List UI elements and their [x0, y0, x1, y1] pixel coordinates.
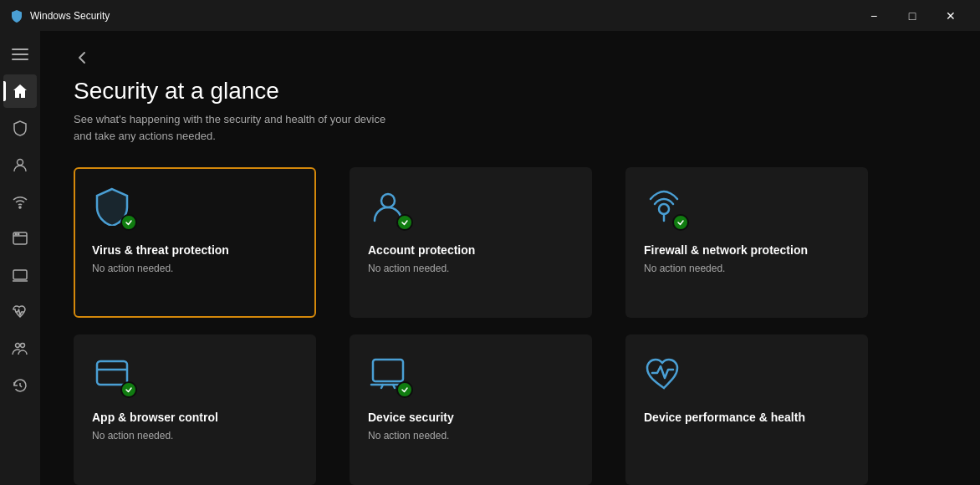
- card-icon-wrapper: [92, 186, 135, 229]
- card-icon-wrapper: [92, 353, 135, 396]
- title-bar-left: Windows Security: [10, 9, 110, 23]
- svg-rect-0: [12, 48, 28, 50]
- main-content: Security at a glance See what's happenin…: [40, 31, 980, 485]
- svg-point-7: [18, 233, 19, 235]
- shield-icon: [12, 120, 28, 136]
- card-icon-wrapper: [368, 186, 411, 229]
- sidebar-item-hamburger[interactable]: [3, 38, 37, 71]
- check-badge: [396, 214, 413, 231]
- card-virus-threat[interactable]: Virus & threat protection No action need…: [74, 167, 316, 318]
- svg-point-6: [15, 233, 17, 235]
- hamburger-icon: [12, 46, 28, 63]
- page-title: Security at a glance: [74, 78, 947, 105]
- home-icon: [12, 83, 28, 100]
- sidebar-item-shield[interactable]: [3, 111, 37, 145]
- sidebar: [0, 31, 40, 485]
- history-icon: [12, 377, 28, 394]
- checkmark-icon: [401, 385, 409, 394]
- svg-point-12: [659, 204, 669, 214]
- card-icon-wrapper: [644, 186, 687, 229]
- svg-point-11: [381, 194, 395, 207]
- sidebar-item-account[interactable]: [3, 148, 37, 181]
- maximize-button[interactable]: □: [893, 0, 932, 31]
- card-device-health[interactable]: Device performance & health: [625, 334, 868, 485]
- app-icon: [10, 9, 23, 23]
- page-subtitle: See what's happening with the security a…: [74, 111, 492, 144]
- svg-rect-2: [12, 59, 28, 60]
- sidebar-item-network[interactable]: [3, 185, 37, 218]
- minimize-button[interactable]: −: [855, 0, 893, 31]
- person-icon: [12, 156, 28, 173]
- svg-rect-15: [373, 360, 403, 381]
- card-status: No action needed.: [92, 430, 298, 442]
- cards-grid: Virus & threat protection No action need…: [74, 167, 947, 485]
- sidebar-item-health[interactable]: [3, 295, 37, 329]
- card-title: Device security: [368, 410, 574, 426]
- card-title: Account protection: [368, 242, 574, 259]
- card-account-protection[interactable]: Account protection No action needed.: [350, 167, 592, 318]
- app-title: Windows Security: [30, 10, 110, 22]
- window-controls: − □ ✕: [855, 0, 970, 31]
- check-badge: [672, 214, 689, 231]
- health-icon: [12, 304, 28, 320]
- card-app-browser[interactable]: App & browser control No action needed.: [74, 334, 316, 485]
- check-badge: [396, 381, 413, 398]
- close-button[interactable]: ✕: [932, 0, 970, 31]
- sidebar-item-history[interactable]: [3, 369, 37, 402]
- app-body: Security at a glance See what's happenin…: [0, 31, 980, 485]
- card-title: Device performance & health: [644, 410, 850, 426]
- family-icon: [12, 340, 28, 357]
- card-status: No action needed.: [368, 430, 574, 442]
- sidebar-item-home[interactable]: [3, 74, 37, 108]
- card-title: App & browser control: [92, 410, 298, 426]
- back-arrow-icon: [74, 49, 90, 66]
- checkmark-icon: [125, 218, 133, 227]
- svg-rect-8: [13, 270, 27, 279]
- svg-point-3: [18, 160, 23, 166]
- device-icon: [12, 267, 28, 283]
- svg-point-9: [16, 344, 20, 348]
- sidebar-item-family[interactable]: [3, 332, 37, 365]
- title-bar: Windows Security − □ ✕: [0, 0, 980, 31]
- svg-point-4: [19, 207, 21, 208]
- checkmark-icon: [125, 385, 133, 394]
- checkmark-icon: [676, 218, 685, 227]
- card-status: No action needed.: [644, 263, 850, 274]
- card-firewall[interactable]: Firewall & network protection No action …: [625, 167, 868, 318]
- back-button[interactable]: [74, 44, 100, 71]
- svg-rect-14: [97, 361, 127, 385]
- network-icon: [12, 193, 28, 210]
- sidebar-item-app[interactable]: [3, 222, 37, 255]
- card-title: Firewall & network protection: [644, 242, 850, 259]
- svg-point-10: [21, 344, 25, 348]
- check-badge: [120, 381, 137, 398]
- card-title: Virus & threat protection: [92, 242, 298, 259]
- app-browser-icon: [12, 230, 28, 247]
- card-status: No action needed.: [92, 263, 298, 274]
- card-icon-wrapper: [644, 353, 687, 396]
- check-badge: [120, 214, 137, 231]
- sidebar-item-device[interactable]: [3, 258, 37, 292]
- checkmark-icon: [401, 218, 409, 227]
- card-status: No action needed.: [368, 263, 574, 274]
- heart-pulse-icon: [644, 353, 684, 393]
- card-icon-wrapper: [368, 353, 411, 396]
- card-device-security[interactable]: Device security No action needed.: [350, 334, 592, 485]
- svg-rect-1: [12, 54, 28, 55]
